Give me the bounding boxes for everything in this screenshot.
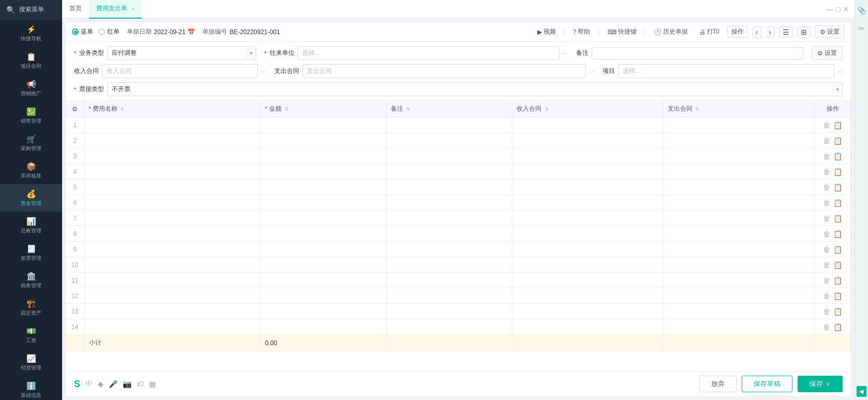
save-draft-button[interactable]: 保存草稿 xyxy=(742,376,792,392)
btn-shortcut[interactable]: ⌨ 快捷键 xyxy=(604,26,640,37)
btn-settings[interactable]: ⚙ 设置 xyxy=(815,25,845,38)
sidebar-item-marketing[interactable]: 📢 营销推广 xyxy=(0,75,62,102)
tax-label: 税务管理 xyxy=(21,283,41,289)
tag-icon[interactable]: 🏷 xyxy=(137,380,144,388)
calendar-icon[interactable]: 📅 xyxy=(187,28,195,36)
window-minimize[interactable]: — xyxy=(826,6,833,13)
row-copy-8[interactable]: 📋 xyxy=(833,230,842,238)
sidebar-item-salary[interactable]: 💵 工资 xyxy=(0,321,62,349)
right-panel-green-tag[interactable]: ◀ xyxy=(857,386,866,397)
row-delete-9[interactable]: 🗑 xyxy=(823,245,830,254)
btn-prev[interactable]: ‹ xyxy=(752,26,762,38)
sidebar-item-purchase[interactable]: 🛒 采购管理 xyxy=(0,129,62,157)
tab-expense-bill-close[interactable]: × xyxy=(131,6,135,12)
table-row: 4 🗑 📋 xyxy=(66,164,851,180)
grid-icon[interactable]: ▦ xyxy=(149,380,156,388)
btn-help[interactable]: ? 帮助 xyxy=(569,26,594,37)
tab-expense-bill[interactable]: 费用支出单× xyxy=(89,0,142,19)
row-copy-2[interactable]: 📋 xyxy=(833,137,842,145)
row-delete-4[interactable]: 🗑 xyxy=(823,168,830,176)
sidebar-item-sales[interactable]: 💹 销售管理 xyxy=(0,102,62,129)
row-copy-10[interactable]: 📋 xyxy=(833,261,842,269)
row-delete-8[interactable]: 🗑 xyxy=(823,230,830,238)
sidebar-search[interactable]: 🔍 搜索菜单 xyxy=(0,0,62,20)
sidebar-item-capital[interactable]: 💰 资金管理 xyxy=(0,184,62,212)
chinese-icon[interactable]: 中 xyxy=(85,379,93,389)
camera-icon[interactable]: 📷 xyxy=(123,380,131,388)
row-num-7: 7 xyxy=(66,211,84,226)
partner-label: 往来单位 xyxy=(270,49,295,57)
expense-contract-more[interactable]: ··· xyxy=(589,68,594,75)
btn-history[interactable]: 🕐 历史单据 xyxy=(650,26,692,37)
radio-blue[interactable]: 蓝单 xyxy=(72,27,93,36)
project-more[interactable]: ··· xyxy=(837,68,843,75)
row-delete-13[interactable]: 🗑 xyxy=(823,307,830,316)
row-delete-5[interactable]: 🗑 xyxy=(823,183,830,191)
row-copy-9[interactable]: 📋 xyxy=(833,245,842,254)
capital-label: 资金管理 xyxy=(21,200,41,206)
row-delete-6[interactable]: 🗑 xyxy=(823,199,830,207)
sort-expense-name[interactable]: ⇅ xyxy=(120,106,124,112)
radio-red[interactable]: 红单 xyxy=(98,27,120,36)
sort-expense-contract[interactable]: ⇅ xyxy=(695,106,699,112)
row-delete-2[interactable]: 🗑 xyxy=(823,137,830,145)
sidebar-item-operation[interactable]: 📈 经营管理 xyxy=(0,349,62,376)
row-delete-11[interactable]: 🗑 xyxy=(823,276,830,285)
sidebar-item-quick-nav[interactable]: ⚡ 快捷导航 xyxy=(0,20,62,47)
right-panel-clip-icon[interactable]: 📎 xyxy=(857,3,867,18)
col-settings[interactable]: ⚙ xyxy=(66,101,84,117)
btn-operate[interactable]: 操作 xyxy=(727,26,748,38)
sidebar-item-base-info[interactable]: ℹ️ 基础信息 xyxy=(0,376,62,400)
sidebar-item-fixed-assets[interactable]: 🏗️ 固定资产 xyxy=(0,294,62,321)
sidebar-item-invoice[interactable]: 🧾 发票管理 xyxy=(0,239,62,266)
window-close[interactable]: × xyxy=(844,5,848,13)
form-settings-btn[interactable]: ⚙ 设置 xyxy=(812,46,843,60)
window-maximize[interactable]: □ xyxy=(836,6,840,13)
row-delete-1[interactable]: 🗑 xyxy=(823,121,830,129)
row-copy-13[interactable]: 📋 xyxy=(833,307,842,316)
sales-icon: 💹 xyxy=(26,107,36,116)
print-icon: 🖨 xyxy=(699,28,705,36)
row-copy-14[interactable]: 📋 xyxy=(833,323,842,331)
row-copy-6[interactable]: 📋 xyxy=(833,199,842,207)
invoice-type-select[interactable]: 不开票 ▾ xyxy=(107,82,843,96)
row-delete-3[interactable]: 🗑 xyxy=(823,152,830,160)
diamond-icon[interactable]: ◆ xyxy=(98,380,104,388)
row-copy-11[interactable]: 📋 xyxy=(833,276,842,285)
mic-icon[interactable]: 🎤 xyxy=(109,380,117,388)
partner-more[interactable]: ··· xyxy=(563,50,568,57)
row-delete-12[interactable]: 🗑 xyxy=(823,292,830,300)
row-copy-1[interactable]: 📋 xyxy=(833,121,842,129)
discard-button[interactable]: 放弃 xyxy=(699,376,737,392)
save-button[interactable]: 保存 ∨ xyxy=(798,376,843,392)
view-list-icon[interactable]: ☰ xyxy=(779,26,793,38)
sidebar-item-project-contract[interactable]: 📋 项目合同 xyxy=(0,47,62,75)
row-copy-7[interactable]: 📋 xyxy=(833,214,842,223)
row-delete-14[interactable]: 🗑 xyxy=(823,323,830,331)
sidebar-item-tax[interactable]: 🏛️ 税务管理 xyxy=(0,266,62,294)
sidebar-item-inventory[interactable]: 📦 库存核算 xyxy=(0,157,62,184)
income-contract-input[interactable]: 收入合同 xyxy=(102,64,258,78)
partner-input[interactable]: 选择... xyxy=(298,46,560,60)
sort-amount[interactable]: ⇅ xyxy=(284,106,288,112)
row-delete-7[interactable]: 🗑 xyxy=(823,214,830,223)
right-panel-edit-icon[interactable]: ✏ xyxy=(857,21,867,36)
row-delete-10[interactable]: 🗑 xyxy=(823,261,830,269)
btn-video[interactable]: ▶ 视频 xyxy=(534,26,560,37)
sidebar-item-ledger[interactable]: 📊 总账管理 xyxy=(0,212,62,239)
biz-type-select[interactable]: 应付调整 ▾ xyxy=(107,46,256,60)
btn-next[interactable]: › xyxy=(766,26,775,38)
view-grid-icon[interactable]: ⊞ xyxy=(797,26,811,38)
tab-home[interactable]: 首页 xyxy=(62,0,89,19)
btn-print[interactable]: 🖨 打印 xyxy=(696,26,723,37)
expense-contract-input[interactable]: 支出合同 xyxy=(302,64,586,78)
note-input[interactable] xyxy=(592,47,803,60)
row-copy-4[interactable]: 📋 xyxy=(833,168,842,176)
sort-note[interactable]: ⇅ xyxy=(406,106,410,112)
income-contract-more[interactable]: ··· xyxy=(261,68,266,75)
row-copy-12[interactable]: 📋 xyxy=(833,292,842,300)
row-copy-3[interactable]: 📋 xyxy=(833,152,842,160)
sort-income-contract[interactable]: ⇅ xyxy=(545,106,549,112)
row-copy-5[interactable]: 📋 xyxy=(833,183,842,191)
project-input[interactable]: 选择... xyxy=(618,64,834,78)
